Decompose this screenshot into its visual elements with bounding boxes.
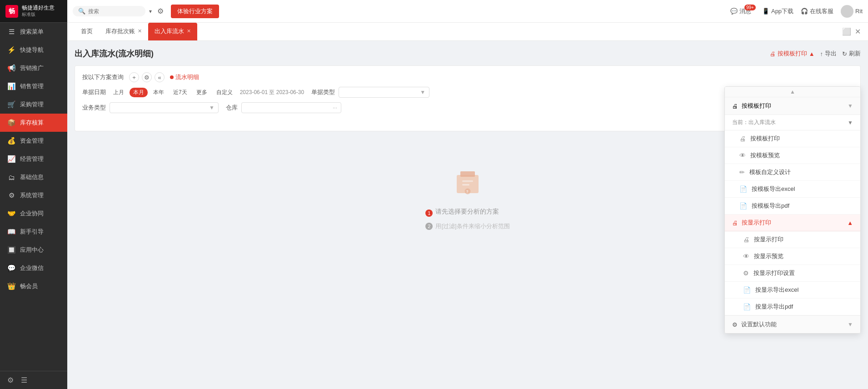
- date-tab-current-month[interactable]: 本月: [130, 88, 148, 97]
- pdf-icon: 📄: [739, 202, 747, 209]
- current-label-text: 当前：出入库流水: [732, 119, 776, 126]
- search-dropdown-arrow[interactable]: ▾: [149, 8, 152, 15]
- template-print-item-label: 按模板打印: [750, 135, 780, 143]
- tab-close-all-icon[interactable]: ✕: [855, 27, 861, 36]
- add-filter-btn[interactable]: +: [129, 72, 139, 82]
- sidebar-bottom: ⚙ ☰: [0, 371, 67, 389]
- date-label: 单据日期: [82, 88, 106, 96]
- doc-type-arrow: ▼: [420, 89, 425, 95]
- user-avatar[interactable]: Rit: [841, 5, 863, 18]
- empty-text-1: 请先选择要分析的方案: [435, 208, 499, 216]
- trend-icon: 📈: [7, 155, 15, 163]
- sidebar-item-label: 快捷导航: [20, 46, 44, 54]
- dropdown-item-display-print-settings[interactable]: ⚙ 按显示打印设置: [725, 265, 860, 282]
- dropdown-item-template-custom[interactable]: ✏ 模板自定义设计: [725, 164, 860, 181]
- settings-bottom-icon[interactable]: ⚙: [7, 376, 14, 384]
- display-print-arrow: ▲: [847, 219, 853, 226]
- template-print-section-header[interactable]: 🖨 按模板打印 ▼: [725, 97, 860, 115]
- tab-batch-account-label: 库存批次账: [105, 27, 135, 35]
- date-tab-prev-month[interactable]: 上月: [110, 88, 128, 97]
- biz-type-arrow: ▼: [209, 105, 215, 111]
- pdf-icon-2: 📄: [743, 303, 751, 310]
- date-tab-last7[interactable]: 近7天: [170, 88, 191, 97]
- topbar-right: 💬 消息 99+ 📱 App下载 🎧 在线客服 Rit: [730, 5, 863, 18]
- sidebar-item-search-menu[interactable]: ☰ 搜索菜单: [0, 23, 67, 41]
- tab-flow-close[interactable]: ✕: [187, 28, 191, 34]
- warehouse-dots: ···: [333, 105, 337, 111]
- tab-restore-icon[interactable]: ⬜: [842, 27, 851, 36]
- dropdown-item-display-excel[interactable]: 📄 按显示导出excel: [725, 282, 860, 299]
- dropdown-item-display-pdf[interactable]: 📄 按显示导出pdf: [725, 299, 860, 315]
- avatar-img: [841, 5, 853, 18]
- tab-home[interactable]: 首页: [75, 23, 99, 40]
- username: Rit: [855, 8, 863, 15]
- dropdown-item-template-preview[interactable]: 👁 按模板预览: [725, 147, 860, 164]
- sidebar-item-purchase[interactable]: 🛒 采购管理: [0, 95, 67, 114]
- dropdown-footer[interactable]: ⚙ 设置默认功能 ▼: [725, 315, 860, 333]
- excel-icon-2: 📄: [743, 286, 751, 294]
- book-icon: 📖: [7, 228, 15, 236]
- filter-bar: 按以下方案查询 + ⚙ « 流水明细: [82, 72, 853, 82]
- online-service-btn[interactable]: 🎧 在线客服: [801, 7, 833, 15]
- warehouse-input[interactable]: ···: [241, 102, 341, 113]
- search-box[interactable]: 🔍: [73, 6, 145, 16]
- industry-btn[interactable]: 体验行业方案: [171, 5, 219, 18]
- sidebar-item-collab[interactable]: 🤝 企业协同: [0, 204, 67, 223]
- message-badge: 99+: [744, 5, 756, 10]
- display-print-section-header[interactable]: 🖨 按显示打印 ▲: [725, 214, 860, 231]
- collapse-icon[interactable]: ☰: [21, 376, 27, 384]
- dropdown-item-template-pdf[interactable]: 📄 按模板导出pdf: [725, 198, 860, 214]
- date-range-text: 2023-06-01 至 2023-06-30: [240, 89, 304, 96]
- warehouse-field: 仓库 ···: [226, 102, 341, 113]
- display-excel-label: 按显示导出excel: [755, 286, 798, 294]
- dropdown-item-display-preview[interactable]: 👁 按显示预览: [725, 248, 860, 265]
- date-tab-more[interactable]: 更多: [193, 88, 211, 97]
- tab-batch-account-close[interactable]: ✕: [138, 28, 142, 34]
- sidebar-item-inventory[interactable]: 📦 库存核算: [0, 114, 67, 132]
- search-input[interactable]: [88, 8, 134, 15]
- sidebar-item-system[interactable]: ⚙ 系统管理: [0, 186, 67, 204]
- date-filter-field: 单据日期 上月 本月 本年 近7天 更多 自定义 2023-06-01 至 20…: [82, 88, 304, 97]
- sidebar-item-guide[interactable]: 📖 新手引导: [0, 223, 67, 241]
- dropdown-item-display-print[interactable]: 🖨 按显示打印: [725, 231, 860, 248]
- tab-flow[interactable]: 出入库流水 ✕: [148, 23, 197, 40]
- edit-icon: ✏: [739, 169, 745, 176]
- dropdown-item-template-print[interactable]: 🖨 按模板打印: [725, 130, 860, 147]
- dropdown-footer-left: ⚙ 设置默认功能: [732, 320, 777, 329]
- display-pdf-label: 按显示导出pdf: [755, 303, 793, 311]
- sidebar-item-member[interactable]: 👑 畅会员: [0, 277, 67, 295]
- logo-icon: 畅: [5, 5, 18, 18]
- settings-icon[interactable]: ⚙: [157, 7, 164, 15]
- template-custom-label: 模板自定义设计: [749, 168, 791, 176]
- chart-icon: 📊: [7, 82, 15, 90]
- expand-filter-btn[interactable]: «: [155, 72, 165, 82]
- tabs-actions: ⬜ ✕: [842, 27, 861, 36]
- page-title: 出入库流水(流水明细): [75, 48, 154, 59]
- date-tab-custom[interactable]: 自定义: [213, 88, 236, 97]
- sidebar-item-appstore[interactable]: 🔲 应用中心: [0, 241, 67, 259]
- filter-dot: [170, 75, 174, 79]
- sidebar-item-basic[interactable]: 🗂 基础信息: [0, 168, 67, 186]
- sidebar-item-business[interactable]: 📈 经营管理: [0, 150, 67, 168]
- settings-filter-btn[interactable]: ⚙: [142, 72, 152, 82]
- doc-type-select[interactable]: ▼: [339, 87, 429, 98]
- print-template-btn[interactable]: 🖨 按模板打印 ▲: [770, 50, 815, 58]
- sidebar-item-label: 库存核算: [20, 119, 44, 127]
- sidebar-item-marketing[interactable]: 📢 营销推广: [0, 59, 67, 77]
- footer-arrow: ▼: [848, 321, 853, 328]
- printer-icon-3: 🖨: [739, 135, 746, 142]
- tab-batch-account[interactable]: 库存批次账 ✕: [99, 23, 148, 40]
- app-download-btn[interactable]: 📱 App下载: [762, 7, 793, 15]
- sidebar-item-finance[interactable]: 💰 资金管理: [0, 132, 67, 150]
- date-tab-current-year[interactable]: 本年: [150, 88, 168, 97]
- export-btn[interactable]: ↑ 导出: [820, 50, 837, 58]
- biz-type-select[interactable]: ▼: [110, 102, 219, 113]
- dropdown-item-template-excel[interactable]: 📄 按模板导出excel: [725, 181, 860, 198]
- filter-tag-item[interactable]: 流水明细: [170, 73, 199, 81]
- sidebar-item-quick-nav[interactable]: ⚡ 快捷导航: [0, 41, 67, 59]
- sidebar-item-sales[interactable]: 📊 销售管理: [0, 77, 67, 95]
- sidebar-item-wechat[interactable]: 💬 企业微信: [0, 259, 67, 277]
- message-btn[interactable]: 💬 消息 99+: [730, 7, 751, 15]
- refresh-btn[interactable]: ↻ 刷新: [842, 50, 861, 58]
- scroll-up-arrow[interactable]: ▲: [725, 87, 860, 97]
